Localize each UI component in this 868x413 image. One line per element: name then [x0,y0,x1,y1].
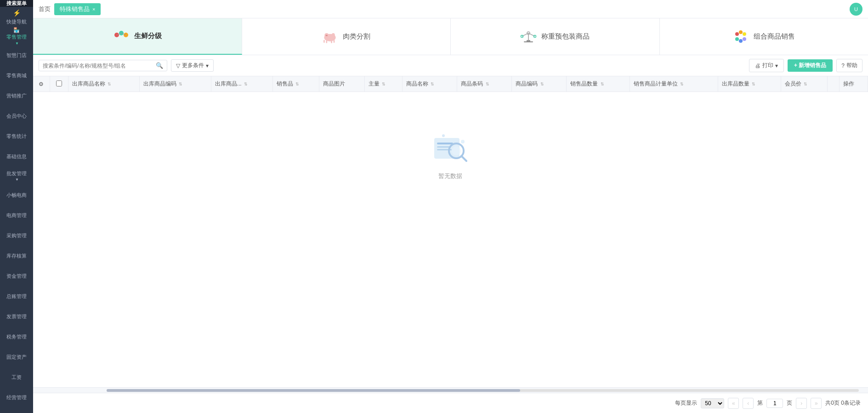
user-avatar[interactable]: U [850,3,862,16]
th-product-barcode[interactable]: 商品条码 ⇅ [457,76,512,92]
svg-point-27 [739,39,743,43]
sort-icon: ⇅ [601,82,604,86]
th-checkbox[interactable] [50,76,68,92]
svg-point-36 [442,134,445,137]
toolbar: 🔍 ▽ 更多条件 ▾ 🖨 打印 ▾ + 新增销售品 ? 帮助 [33,55,868,76]
sidebar-item-ops-mgmt[interactable]: 经营管理 [0,388,33,408]
svg-point-24 [739,30,743,34]
tab-scale-pack[interactable]: 称重预包装商品 [451,18,660,55]
th-out-product-code[interactable]: 出库商品编码 ⇅ [140,76,211,92]
sidebar-item-ecom-mgmt[interactable]: 电商管理 [0,206,33,226]
search-icon[interactable]: 🔍 [156,62,163,69]
help-icon: ? [841,63,845,69]
sidebar-item-total-mgmt[interactable]: 总账管理 [0,287,33,307]
svg-point-9 [327,35,327,35]
th-product-image[interactable]: 商品图片 [319,76,364,92]
close-tab-button[interactable]: × [92,6,95,12]
th-product-code[interactable]: 商品编码 ⇅ [512,76,567,92]
sidebar-item-fund-mgmt[interactable]: 资金管理 [0,266,33,287]
sidebar-item-basic-info2[interactable]: 基础信息 [0,408,33,413]
th-ops: 操作 [839,76,868,92]
th-settings[interactable]: ⚙ [33,76,50,92]
svg-point-26 [735,37,739,41]
sidebar-item-label: 工资 [11,374,22,381]
th-main-weight[interactable]: 主量 ⇅ [364,76,403,92]
sidebar-item-smart-store[interactable]: 智慧门店 [0,46,33,66]
th-sales-product[interactable]: 销售品 ⇅ [272,76,319,92]
tab-fresh-grade[interactable]: 生鲜分级 [33,18,242,55]
tab-combo-sales[interactable]: 组合商品销售 [660,18,868,55]
sidebar-item-invoice-mgmt[interactable]: 发票管理 [0,307,33,327]
tab-meat-split[interactable]: 肉类分割 [242,18,451,55]
sidebar-item-basic-info[interactable]: 基础信息 [0,147,33,167]
th-sales-qty[interactable]: 销售品数量 ⇅ [567,76,630,92]
filter-arrow-icon: ▾ [206,63,209,69]
th-sales-unit[interactable]: 销售商品计量单位 ⇅ [630,76,718,92]
sidebar-logo-text: 搜索菜单 [6,0,27,7]
tab-label: 特殊销售品 [60,5,90,13]
next-page-button[interactable]: › [796,398,807,409]
sidebar-item-label: 总账管理 [6,293,27,300]
sidebar-item-quick-nav[interactable]: ⚡ 快捷导航 [0,7,33,27]
horizontal-scrollbar[interactable] [33,387,868,393]
scale-icon [520,30,537,44]
page-unit: 页 [787,399,792,407]
sidebar-item-member-center[interactable]: 会员中心 [0,106,33,126]
tab-combo-sales-label: 组合商品销售 [754,32,795,41]
svg-rect-30 [437,143,453,144]
svg-rect-16 [524,41,533,42]
th-member-price[interactable]: 会员价 ⇅ [781,76,827,92]
th-out-product-name[interactable]: 出库商品名称 ⇅ [68,76,140,92]
th-out-qty[interactable]: 出库品数量 ⇅ [718,76,781,92]
sort-icon: ⇅ [431,82,434,86]
main-content: 首页 特殊销售品 × U [33,0,868,413]
pagination: 每页显示 10 20 50 100 « ‹ 第 页 › » 共0页 0条记录 [33,393,868,413]
home-tab[interactable]: 首页 [39,5,51,13]
sidebar-item-tax-mgmt[interactable]: 税务管理 [0,327,33,347]
sidebar-item-retail-stats[interactable]: 零售统计 [0,126,33,147]
sidebar-item-wholesale-mgmt[interactable]: 批发管理 ▼ [0,167,33,185]
active-tab[interactable]: 特殊销售品 × [54,3,101,15]
page-label: 第 [757,399,763,407]
first-page-button[interactable]: « [728,398,739,409]
sidebar-item-label: 税务管理 [6,333,27,340]
next-page-icon: › [800,400,802,407]
sort-icon: ⇅ [804,82,807,86]
help-button[interactable]: ? 帮助 [836,59,862,72]
sidebar-logo[interactable]: 搜索菜单 [0,0,33,7]
th-product-name[interactable]: 商品名称 ⇅ [403,76,457,92]
quick-nav-icon: ⚡ [13,9,21,18]
page-input[interactable] [766,399,783,408]
last-page-button[interactable]: » [811,398,822,409]
sidebar-item-label: 电商管理 [6,212,27,219]
add-product-label: + 新增销售品 [794,62,826,69]
sidebar-item-mini-ecom[interactable]: 小畅电商 [0,185,33,206]
chevron-down-icon: ▼ [15,177,19,182]
sidebar-item-label: 零售管理 [6,34,27,40]
first-page-icon: « [732,400,735,407]
select-all-checkbox[interactable] [56,80,62,86]
print-button[interactable]: 🖨 打印 ▾ [749,59,784,72]
search-input[interactable] [43,63,154,69]
sidebar-item-retail-mgmt[interactable]: 🏪 零售管理 ▼ [0,27,33,46]
prev-page-button[interactable]: ‹ [743,398,754,409]
sidebar-item-salary[interactable]: 工资 [0,367,33,388]
filter-button[interactable]: ▽ 更多条件 ▾ [171,59,214,72]
avatar-initials: U [854,6,858,12]
top-right: U [850,3,862,16]
sidebar-item-stock-check[interactable]: 库存核算 [0,246,33,266]
search-box[interactable]: 🔍 [39,60,167,71]
add-product-button[interactable]: + 新增销售品 [788,59,833,72]
sidebar-item-label: 营销推广 [6,92,27,99]
pig-icon [322,30,338,44]
th-out-product-x[interactable]: 出库商品... ⇅ [211,76,272,92]
sort-icon: ⇅ [244,82,248,86]
sidebar-item-purchase-mgmt[interactable]: 采购管理 [0,226,33,246]
sidebar-item-fixed-assets[interactable]: 固定资产 [0,347,33,367]
last-page-icon: » [815,400,818,407]
prev-page-icon: ‹ [747,400,749,407]
sidebar-item-retail-mall[interactable]: 零售商城 [0,66,33,86]
per-page-select[interactable]: 10 20 50 100 [701,398,724,408]
scrollbar-thumb[interactable] [107,389,520,392]
sidebar-item-sales-promo[interactable]: 营销推广 [0,86,33,106]
